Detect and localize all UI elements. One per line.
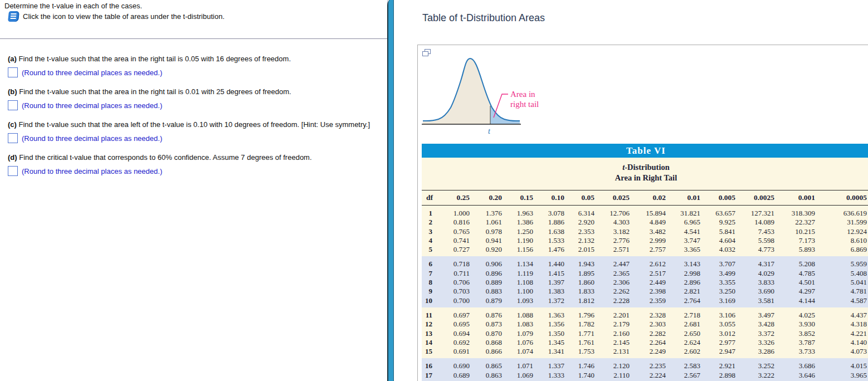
table-row-df-3: 30.7650.9781.2501.6382.3533.1823.4824.54… [422, 227, 868, 236]
t-value-cell: 0.920 [471, 245, 503, 256]
t-value-cell: 1.000 [437, 206, 471, 218]
t-value-cell: 1.943 [565, 256, 596, 268]
t-table-section: Table VI t-Distribution Area in Right Ta… [422, 144, 868, 381]
column-header: 0.02 [631, 190, 667, 206]
t-value-cell: 3.482 [631, 227, 667, 236]
t-value-cell: 5.893 [776, 245, 816, 256]
t-value-cell: 3.852 [776, 329, 816, 338]
table-hint-row: Click the icon to view the table of area… [8, 11, 225, 22]
t-value-cell: 0.816 [437, 218, 471, 227]
t-value-cell: 4.785 [776, 269, 816, 278]
t-value-cell: 31.821 [667, 206, 701, 218]
df-cell: 2 [422, 218, 437, 227]
t-value-cell: 1.074 [503, 347, 534, 358]
exercise-prompt: Determine the t-value in each of the cas… [4, 2, 142, 10]
t-value-cell: 1.079 [503, 329, 534, 338]
answer-input-b[interactable] [8, 100, 18, 110]
table-row-df-5: 50.7270.9201.1561.4762.0152.5712.7573.36… [422, 245, 868, 256]
curve-area [423, 58, 520, 124]
axis-t-label: t [488, 127, 491, 135]
t-value-cell: 2.131 [596, 347, 631, 358]
table-row-df-12: 120.6950.8731.0831.3561.7822.1792.3032.6… [422, 320, 868, 329]
column-header: 0.10 [534, 190, 565, 206]
t-value-cell: 1.533 [534, 236, 565, 245]
t-value-cell: 3.012 [701, 329, 737, 338]
t-value-cell: 1.740 [565, 371, 596, 381]
t-value-cell: 5.598 [737, 236, 776, 245]
t-value-cell: 2.583 [667, 358, 701, 370]
t-value-cell: 2.015 [565, 245, 596, 256]
t-value-cell: 0.689 [437, 371, 471, 381]
t-value-cell: 1.250 [503, 227, 534, 236]
t-value-cell: 3.326 [737, 338, 776, 347]
t-value-cell: 1.886 [534, 218, 565, 227]
df-cell: 9 [422, 287, 437, 296]
answer-input-c[interactable] [8, 133, 18, 143]
row-band: 11.0001.3761.9633.0786.31412.70615.89431… [422, 206, 868, 257]
t-value-cell: 1.753 [565, 347, 596, 358]
t-value-cell: 1.638 [534, 227, 565, 236]
t-value-cell: 1.083 [503, 320, 534, 329]
t-value-cell: 4.303 [596, 218, 631, 227]
table-row-df-9: 90.7030.8831.1001.3831.8332.2622.3982.82… [422, 287, 868, 296]
t-value-cell: 1.100 [503, 287, 534, 296]
t-value-cell: 1.386 [503, 218, 534, 227]
df-cell: 13 [422, 329, 437, 338]
t-table-icon[interactable] [8, 11, 19, 22]
t-value-cell: 3.355 [701, 278, 737, 287]
table-row-df-17: 170.6890.8631.0691.3331.7402.1102.2242.5… [422, 371, 868, 381]
t-value-cell: 3.733 [776, 347, 816, 358]
t-value-cell: 2.264 [631, 338, 667, 347]
section-divider [0, 38, 387, 39]
t-value-cell: 1.350 [534, 329, 565, 338]
t-value-cell: 3.499 [701, 269, 737, 278]
column-header: 0.0005 [816, 190, 868, 206]
t-value-cell: 2.201 [596, 307, 631, 320]
table-row-df-8: 80.7060.8891.1081.3971.8602.3062.4492.89… [422, 278, 868, 287]
t-value-cell: 1.190 [503, 236, 534, 245]
t-value-cell: 2.447 [596, 256, 631, 268]
t-value-cell: 2.571 [596, 245, 631, 256]
t-value-cell: 14.089 [737, 218, 776, 227]
t-value-cell: 2.249 [631, 347, 667, 358]
t-value-cell: 1.812 [565, 296, 596, 307]
t-value-cell: 0.873 [471, 320, 503, 329]
df-cell: 10 [422, 296, 437, 307]
t-value-cell: 0.866 [471, 347, 503, 358]
df-cell: 4 [422, 236, 437, 245]
t-value-cell: 6.965 [667, 218, 701, 227]
t-value-cell: 12.924 [816, 227, 868, 236]
t-value-cell: 2.612 [631, 256, 667, 268]
t-value-cell: 0.876 [471, 307, 503, 320]
t-value-cell: 2.365 [596, 269, 631, 278]
t-value-cell: 9.925 [701, 218, 737, 227]
t-value-cell: 2.567 [667, 371, 701, 381]
t-value-cell: 4.025 [776, 307, 816, 320]
answer-input-a[interactable] [8, 67, 18, 77]
t-value-cell: 1.476 [534, 245, 565, 256]
column-header: 0.005 [701, 190, 737, 206]
t-value-cell: 0.863 [471, 371, 503, 381]
t-value-cell: 0.691 [437, 347, 471, 358]
question-text-a: (a) Find the t-value such that the area … [8, 55, 381, 63]
t-value-cell: 3.747 [667, 236, 701, 245]
t-value-cell: 8.610 [816, 236, 868, 245]
t-value-cell: 3.497 [737, 307, 776, 320]
t-value-cell: 2.110 [596, 371, 631, 381]
t-value-cell: 3.143 [667, 256, 701, 268]
df-cell: 14 [422, 338, 437, 347]
t-value-cell: 1.761 [565, 338, 596, 347]
round-note: (Round to three decimal places as needed… [22, 167, 162, 175]
t-value-cell: 1.895 [565, 269, 596, 278]
column-header: 0.0025 [737, 190, 776, 206]
t-value-cell: 0.694 [437, 329, 471, 338]
t-value-cell: 0.727 [437, 245, 471, 256]
t-value-cell: 2.947 [701, 347, 737, 358]
table-row-df-13: 130.6940.8701.0791.3501.7712.1602.2822.6… [422, 329, 868, 338]
t-value-cell: 12.706 [596, 206, 631, 218]
t-value-cell: 63.657 [701, 206, 737, 218]
answer-input-d[interactable] [8, 166, 18, 176]
t-value-cell: 2.896 [667, 278, 701, 287]
dialog-title: Table of t-Distribution Areas [422, 12, 545, 24]
t-value-cell: 0.711 [437, 269, 471, 278]
